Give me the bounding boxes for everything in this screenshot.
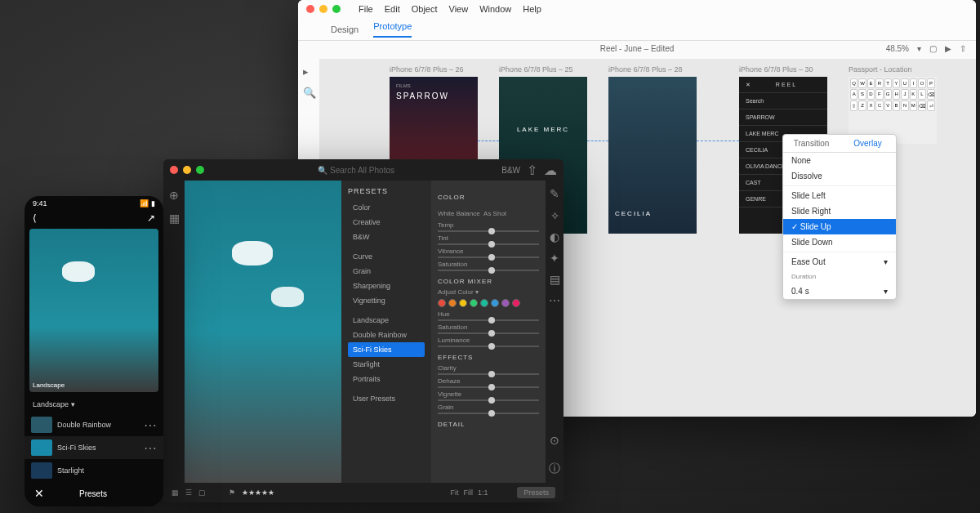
swatch-blue[interactable] <box>491 299 499 307</box>
tag-icon[interactable]: ⊙ <box>550 434 559 447</box>
preset-group[interactable]: Sharpening <box>348 279 425 293</box>
artboard-3[interactable]: iPhone 6/7/8 Plus – 28 CECILIA <box>608 77 697 234</box>
heal-icon[interactable]: ◐ <box>550 230 559 243</box>
filmstrip-icon[interactable]: ☰ <box>185 488 192 497</box>
preset-group[interactable]: Creative <box>348 215 425 230</box>
info-icon[interactable]: ⓘ <box>549 462 560 476</box>
prototype-wire[interactable] <box>587 141 608 141</box>
brush-icon[interactable]: ✦ <box>550 252 559 265</box>
preset-group[interactable]: Vignetting <box>348 293 425 308</box>
edit-icon[interactable]: ✎ <box>550 187 559 200</box>
preset-group[interactable]: User Presets <box>348 391 425 406</box>
temp-slider[interactable] <box>438 230 539 232</box>
fill-button[interactable]: Fill <box>463 488 473 497</box>
close-icon[interactable] <box>306 5 314 13</box>
flag-icon[interactable]: ⚑ <box>229 488 235 497</box>
add-icon[interactable]: ⊕ <box>169 189 179 202</box>
swatch-magenta[interactable] <box>512 299 520 307</box>
back-icon[interactable]: ⟨ <box>33 212 37 224</box>
mobile-preset-item[interactable]: Starlight <box>24 459 163 482</box>
preset-item[interactable]: Starlight <box>348 357 425 372</box>
photo-preview[interactable] <box>185 181 341 483</box>
share-icon[interactable]: ↗ <box>147 212 155 224</box>
bw-toggle[interactable]: B&W <box>501 166 520 175</box>
grain-slider[interactable] <box>438 413 539 414</box>
menu-window[interactable]: Window <box>479 4 511 14</box>
device-icon[interactable]: ▢ <box>929 44 937 53</box>
zoom-controls[interactable]: 48.5% ▾ ▢ ▶ ⇧ <box>886 44 966 53</box>
grid-icon[interactable]: ▦ <box>169 212 180 225</box>
traffic-lights[interactable] <box>306 5 341 13</box>
swatch-purple[interactable] <box>501 299 510 307</box>
lum-slider[interactable] <box>438 346 539 347</box>
list-item[interactable]: Search <box>739 93 827 109</box>
transition-option[interactable]: Dissolve <box>783 168 896 184</box>
traffic-lights[interactable] <box>170 166 204 174</box>
chevron-down-icon[interactable]: ▾ <box>917 44 921 53</box>
saturation-slider[interactable] <box>438 270 539 271</box>
preset-item-selected[interactable]: Sci-Fi Skies <box>348 342 425 357</box>
prototype-wire[interactable] <box>478 141 499 141</box>
transition-option[interactable]: Slide Right <box>783 203 896 219</box>
mobile-preset-item[interactable]: Double Rainbow ⋯ <box>24 413 163 436</box>
minimize-icon[interactable] <box>183 166 191 174</box>
gradient-icon[interactable]: ▤ <box>550 273 560 286</box>
preset-group[interactable]: B&W <box>348 230 425 244</box>
preset-item[interactable]: Portraits <box>348 372 425 386</box>
swatch-aqua[interactable] <box>480 299 488 307</box>
swatch-red[interactable] <box>438 299 446 307</box>
color-swatches[interactable] <box>438 299 539 307</box>
menu-object[interactable]: Object <box>412 4 438 14</box>
tint-slider[interactable] <box>438 243 539 245</box>
menu-help[interactable]: Help <box>523 4 541 14</box>
close-icon[interactable]: ✕ <box>34 487 44 500</box>
transition-option-selected[interactable]: Slide Up <box>783 219 896 234</box>
transition-option[interactable]: None <box>783 153 896 168</box>
pointer-icon[interactable]: ▸ <box>303 65 314 77</box>
menu-edit[interactable]: Edit <box>385 4 400 14</box>
presets-button[interactable]: Presets <box>517 487 555 498</box>
vibrance-slider[interactable] <box>438 256 539 258</box>
swatch-yellow[interactable] <box>459 299 467 307</box>
list-item[interactable]: SPARROW <box>739 109 827 126</box>
search-input[interactable]: 🔍 Search All Photos <box>217 166 495 175</box>
prototype-wire[interactable] <box>697 141 739 141</box>
zoom-value[interactable]: 48.5% <box>886 44 909 53</box>
hue-slider[interactable] <box>438 319 539 321</box>
menu-file[interactable]: File <box>359 4 373 14</box>
menu-view[interactable]: View <box>449 4 469 14</box>
grid-view-icon[interactable]: ▦ <box>172 488 179 497</box>
duration-dropdown[interactable]: 0.4 s▾ <box>783 283 896 299</box>
zoom-icon[interactable]: 🔍 <box>303 87 314 98</box>
preset-item[interactable]: Double Rainbow <box>348 328 425 342</box>
tab-transition[interactable]: Transition <box>783 135 840 152</box>
ease-dropdown[interactable]: Ease Out▾ <box>783 254 896 270</box>
preset-group[interactable]: Grain <box>348 264 425 279</box>
fit-button[interactable]: Fit <box>450 488 458 497</box>
tab-overlay[interactable]: Overlay <box>840 135 896 152</box>
transition-option[interactable]: Slide Left <box>783 188 896 203</box>
preset-group[interactable]: Curve <box>348 249 425 264</box>
ratio-button[interactable]: 1:1 <box>478 488 488 497</box>
crop-icon[interactable]: ⟡ <box>551 208 559 222</box>
share-icon[interactable]: ⇧ <box>960 44 966 53</box>
transition-option[interactable]: Slide Down <box>783 234 896 250</box>
clarity-slider[interactable] <box>438 373 539 375</box>
share-icon[interactable]: ⇧ <box>527 163 537 178</box>
swatch-green[interactable] <box>470 299 478 307</box>
swatch-orange[interactable] <box>448 299 457 307</box>
preset-group[interactable]: Color <box>348 200 425 215</box>
category-dropdown[interactable]: Landscape ▾ <box>24 395 163 413</box>
preset-group-landscape[interactable]: Landscape <box>348 313 425 328</box>
minimize-icon[interactable] <box>319 5 327 13</box>
more-icon[interactable]: ⋯ <box>549 294 560 307</box>
dehaze-slider[interactable] <box>438 386 539 388</box>
mobile-photo[interactable]: Landscape <box>29 229 158 392</box>
single-icon[interactable]: ▢ <box>198 488 206 497</box>
rating-stars[interactable]: ★★★★★ <box>242 488 274 497</box>
mobile-preset-item-selected[interactable]: Sci-Fi Skies ⋯ <box>24 436 163 459</box>
cloud-icon[interactable]: ☁ <box>544 163 557 178</box>
tab-prototype[interactable]: Prototype <box>373 21 412 38</box>
close-icon[interactable] <box>170 166 178 174</box>
tab-design[interactable]: Design <box>331 25 359 34</box>
